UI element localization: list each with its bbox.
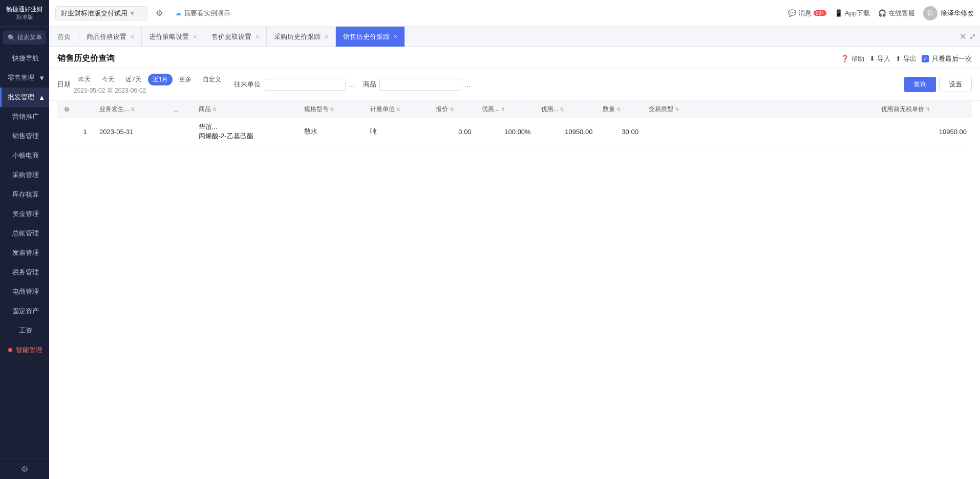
user-profile[interactable]: 徐 徐泽华修改 (923, 6, 974, 20)
import-button[interactable]: ⬇ 导入 (869, 54, 890, 63)
app-download-label: App下载 (845, 9, 870, 18)
settings-button[interactable]: 设置 (939, 77, 972, 92)
date-btn-more[interactable]: 更多 (175, 74, 196, 85)
sidebar-item-finance[interactable]: 资金管理 (0, 204, 49, 224)
sidebar-item-tax[interactable]: 税务管理 (0, 263, 49, 282)
sidebar-item-sales[interactable]: 销售管理 (0, 126, 49, 146)
sidebar-item-assets[interactable]: 固定资产 (0, 301, 49, 321)
tab-product-price[interactable]: 商品价格设置 × (79, 27, 142, 47)
app-selector[interactable]: 好业财标准版交付试用 ▾ (55, 6, 147, 20)
date-btn-today[interactable]: 今天 (97, 74, 119, 85)
logo-line2: 标准版 (6, 13, 43, 20)
col-settings[interactable]: ⚙ (57, 101, 76, 118)
search-menu-button[interactable]: 🔍 搜索菜单 (3, 31, 46, 45)
close-tab-button[interactable]: ✕ (960, 32, 966, 41)
sidebar-item-purchase[interactable]: 采购管理 (0, 165, 49, 185)
message-badge: 99+ (814, 10, 826, 16)
message-button[interactable]: 💬 消息 99+ (788, 9, 826, 18)
sidebar-item-smart[interactable]: 智能管理 (0, 340, 49, 360)
chevron-down-icon: ▾ (131, 9, 134, 17)
sidebar-item-ecommerce-small[interactable]: 小畅电商 (0, 146, 49, 165)
source-unit-filter: 往来单位 ... (234, 79, 355, 91)
phone-icon: 📱 (835, 9, 843, 17)
help-button[interactable]: ❓ 帮助 (841, 54, 864, 63)
content-area: 销售历史价查询 ❓ 帮助 ⬇ 导入 ⬆ 导出 ✓ 只看最后一次 (49, 47, 980, 479)
tab-close-icon[interactable]: × (193, 33, 197, 40)
product-picker-icon[interactable]: ... (464, 80, 471, 89)
sidebar-item-salary[interactable]: 工资 (0, 321, 49, 340)
sidebar-item-inventory[interactable]: 库存核算 (0, 185, 49, 204)
app-download-button[interactable]: 📱 App下载 (835, 9, 870, 18)
sidebar: 畅捷通好业财 标准版 🔍 搜索菜单 快捷导航 零售管理 ▼ 批发管理 ▲ 营销推… (0, 0, 49, 479)
date-btn-custom[interactable]: 自定义 (198, 74, 226, 85)
tab-sale-extract[interactable]: 售价提取设置 × (204, 27, 267, 47)
demo-button[interactable]: ☁ 我要看实例演示 (175, 9, 230, 18)
table-row: 1 2023-05-31 华谊... 丙烯酸-2-乙基己酯 散水 吨 0.00 … (57, 118, 972, 145)
online-service-button[interactable]: 🎧 在线客服 (878, 9, 915, 18)
sidebar-item-quick-nav[interactable]: 快捷导航 (0, 49, 49, 68)
tabbar: 首页 商品价格设置 × 进价策略设置 × 售价提取设置 × 采购历史价跟踪 × … (49, 27, 980, 47)
tab-close-icon[interactable]: × (394, 33, 397, 40)
table-wrap: ⚙ 业务发生... ⇅ ... (49, 101, 980, 479)
sidebar-item-retail[interactable]: 零售管理 ▼ (0, 68, 49, 88)
sidebar-item-ledger[interactable]: 总账管理 (0, 224, 49, 243)
date-btn-yesterday[interactable]: 昨天 (74, 74, 95, 85)
sort-icon: ⇅ (450, 106, 454, 112)
tab-purchase-strategy[interactable]: 进价策略设置 × (142, 27, 204, 47)
date-btn-last7[interactable]: 近7天 (121, 74, 146, 85)
tab-purchase-history[interactable]: 采购历史价跟踪 × (267, 27, 336, 47)
sidebar-item-wholesale[interactable]: 批发管理 ▲ (0, 88, 49, 107)
tab-close-icon[interactable]: × (325, 33, 328, 40)
chevron-down-icon: ▼ (38, 74, 45, 82)
maximize-tab-button[interactable]: ⤢ (969, 32, 976, 41)
filter-actions: 查询 设置 (904, 77, 972, 92)
date-filter-group: 日期 昨天 今天 近7天 近1月 更多 自定义 2023-05-02 至 202… (57, 74, 226, 95)
col-product[interactable]: 商品 ⇅ (194, 101, 299, 118)
col-price[interactable]: 报价 ⇅ (431, 101, 476, 118)
col-discount-pct[interactable]: 优惠... ⇅ (477, 101, 536, 118)
sort-icon: ⇅ (212, 106, 217, 112)
query-button[interactable]: 查询 (904, 77, 936, 92)
search-icon: 🔍 (8, 34, 15, 41)
col-pretax-price[interactable]: 优惠前无税单价 ⇅ (876, 101, 972, 118)
col-quantity[interactable]: 数量 ⇅ (598, 101, 643, 118)
message-icon: 💬 (788, 9, 796, 17)
col-discount-amt[interactable]: 优惠... ⇅ (536, 101, 598, 118)
tab-close-icon[interactable]: × (131, 33, 134, 40)
topbar-gear-icon[interactable]: ⚙ (154, 6, 165, 20)
topbar: 好业财标准版交付试用 ▾ ⚙ ☁ 我要看实例演示 💬 消息 99+ 📱 App下… (49, 0, 980, 27)
row-quantity: 30.00 (598, 118, 643, 145)
row-pretax-price: 10950.00 (876, 118, 972, 145)
sort-icon: ⇅ (396, 106, 400, 112)
sales-history-table: ⚙ 业务发生... ⇅ ... (57, 101, 972, 145)
col-biz-date[interactable]: 业务发生... ⇅ (94, 101, 168, 118)
product-input[interactable] (379, 79, 461, 91)
date-buttons: 昨天 今天 近7天 近1月 更多 自定义 2023-05-02 至 2023-0… (74, 74, 226, 95)
source-unit-input[interactable] (264, 79, 346, 91)
sidebar-item-invoice[interactable]: 发票管理 (0, 243, 49, 263)
sidebar-item-marketing[interactable]: 营销推广 (0, 107, 49, 126)
col-more[interactable]: ... (168, 101, 194, 118)
tabbar-end: ✕ ⤢ (955, 32, 980, 41)
dot-icon (8, 346, 14, 354)
date-btn-last1month[interactable]: 近1月 (148, 74, 173, 85)
sidebar-search-section: 🔍 搜索菜单 (0, 27, 49, 49)
sort-icon: ⇅ (330, 106, 334, 112)
source-unit-picker-icon[interactable]: ... (349, 80, 355, 89)
source-unit-label: 往来单位 (234, 80, 261, 89)
settings-icon[interactable]: ⚙ (21, 464, 28, 474)
sort-icon: ⇅ (675, 106, 679, 112)
tab-home[interactable]: 首页 (49, 27, 79, 47)
col-unit[interactable]: 计量单位 ⇅ (365, 101, 431, 118)
row-price: 0.00 (431, 118, 476, 145)
tab-close-icon[interactable]: × (255, 33, 259, 40)
sidebar-item-ecommerce[interactable]: 电商管理 (0, 282, 49, 301)
col-num (76, 101, 94, 118)
col-trade-type[interactable]: 交易类型 ⇅ (644, 101, 710, 118)
logo-line1: 畅捷通好业财 (6, 6, 43, 14)
date-filter-label: 日期 (57, 80, 71, 89)
col-spec[interactable]: 规格型号 ⇅ (299, 101, 365, 118)
tab-sales-history[interactable]: 销售历史价跟踪 × (336, 27, 405, 47)
export-button[interactable]: ⬆ 导出 (896, 54, 917, 63)
last-only-check[interactable]: ✓ 只看最后一次 (922, 54, 972, 63)
